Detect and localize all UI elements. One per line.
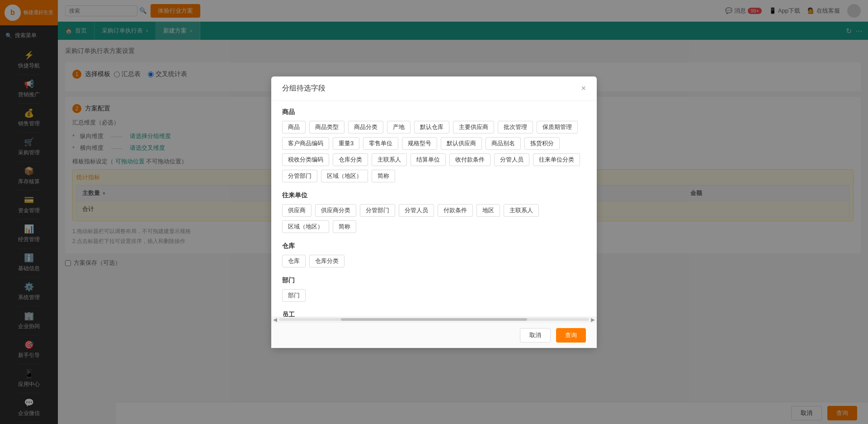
field-group-title-department: 部门 — [282, 276, 586, 285]
scrollbar-track — [279, 318, 589, 321]
field-tag[interactable]: 简称 — [333, 220, 356, 233]
field-tag[interactable]: 分管人员 — [399, 204, 434, 217]
modal-dialog: 分组待选字段 × 商品商品商品类型商品分类产地默认仓库主要供应商批次管理保质期管… — [271, 76, 597, 348]
field-group-title-employee: 员工 — [282, 311, 586, 317]
field-tag[interactable]: 商品分类 — [348, 121, 383, 133]
field-tag[interactable]: 默认供应商 — [441, 137, 482, 150]
field-tag[interactable]: 部门 — [282, 289, 306, 302]
field-tag[interactable]: 客户商品编码 — [282, 137, 329, 150]
field-tag[interactable]: 主要供应商 — [453, 121, 494, 133]
field-tags-warehouse: 仓库仓库分类 — [282, 255, 586, 267]
field-tag[interactable]: 拣货积分 — [524, 137, 560, 150]
modal-title: 分组待选字段 — [282, 84, 326, 93]
field-group-warehouse: 仓库仓库仓库分类 — [282, 242, 586, 267]
scrollbar-thumb — [341, 318, 527, 321]
field-tag[interactable]: 收付款条件 — [449, 153, 491, 166]
field-tag[interactable]: 分管人员 — [494, 153, 529, 166]
field-tag[interactable]: 产地 — [387, 121, 410, 133]
field-group-title-partner: 往来单位 — [282, 191, 586, 200]
field-tag[interactable]: 仓库分类 — [333, 153, 368, 166]
field-tags-department: 部门 — [282, 289, 586, 302]
field-tag[interactable]: 税收分类编码 — [282, 153, 329, 166]
main-content: 🔍 体验行业方案 💬 消息 99+ 📱 App下载 💁 在线客服 — [58, 0, 868, 424]
field-tag[interactable]: 分管部门 — [360, 204, 395, 217]
field-tag[interactable]: 商品别名 — [486, 137, 521, 150]
field-tag[interactable]: 区域（地区） — [321, 170, 368, 182]
field-tag[interactable]: 重量3 — [333, 137, 359, 150]
field-tags-partner: 供应商供应商分类分管部门分管人员付款条件地区主联系人区域（地区）简称 — [282, 204, 586, 233]
field-tag[interactable]: 供应商 — [282, 204, 311, 217]
field-tag[interactable]: 结算单位 — [410, 153, 446, 166]
field-group-title-product: 商品 — [282, 108, 586, 116]
modal-overlay: 分组待选字段 × 商品商品商品类型商品分类产地默认仓库主要供应商批次管理保质期管… — [58, 0, 868, 424]
field-tag[interactable]: 简称 — [372, 170, 395, 182]
field-tag[interactable]: 批次管理 — [498, 121, 533, 133]
modal-cancel-button[interactable]: 取消 — [520, 328, 551, 343]
field-group-employee: 员工业务员 — [282, 311, 586, 317]
field-group-department: 部门部门 — [282, 276, 586, 302]
field-tag[interactable]: 仓库 — [282, 255, 306, 267]
field-group-product: 商品商品商品类型商品分类产地默认仓库主要供应商批次管理保质期管理客户商品编码重量… — [282, 108, 586, 182]
field-tags-product: 商品商品类型商品分类产地默认仓库主要供应商批次管理保质期管理客户商品编码重量3零… — [282, 121, 586, 182]
field-group-partner: 往来单位供应商供应商分类分管部门分管人员付款条件地区主联系人区域（地区）简称 — [282, 191, 586, 233]
field-tag[interactable]: 规格型号 — [402, 137, 437, 150]
modal-close-button[interactable]: × — [581, 84, 586, 93]
modal-footer: 取消 查询 — [271, 322, 597, 348]
field-tag[interactable]: 地区 — [476, 204, 500, 217]
modal-header: 分组待选字段 × — [271, 76, 597, 101]
modal-scrollbar: ◂ ▸ — [271, 317, 597, 322]
field-tag[interactable]: 往来单位分类 — [533, 153, 580, 166]
field-group-title-warehouse: 仓库 — [282, 242, 586, 250]
field-tag[interactable]: 主联系人 — [504, 204, 539, 217]
field-tag[interactable]: 区域（地区） — [282, 220, 329, 233]
field-tag[interactable]: 默认仓库 — [414, 121, 449, 133]
modal-confirm-button[interactable]: 查询 — [556, 328, 586, 343]
field-tag[interactable]: 保质期管理 — [537, 121, 578, 133]
field-tag[interactable]: 付款条件 — [438, 204, 473, 217]
field-tag[interactable]: 分管部门 — [282, 170, 317, 182]
field-tag[interactable]: 主联系人 — [372, 153, 407, 166]
modal-body: 商品商品商品类型商品分类产地默认仓库主要供应商批次管理保质期管理客户商品编码重量… — [271, 101, 597, 317]
field-tag[interactable]: 供应商分类 — [315, 204, 356, 217]
field-tag[interactable]: 零售单位 — [363, 137, 398, 150]
field-tag[interactable]: 商品 — [282, 121, 306, 133]
field-tag[interactable]: 商品类型 — [309, 121, 344, 133]
field-tag[interactable]: 仓库分类 — [309, 255, 344, 267]
